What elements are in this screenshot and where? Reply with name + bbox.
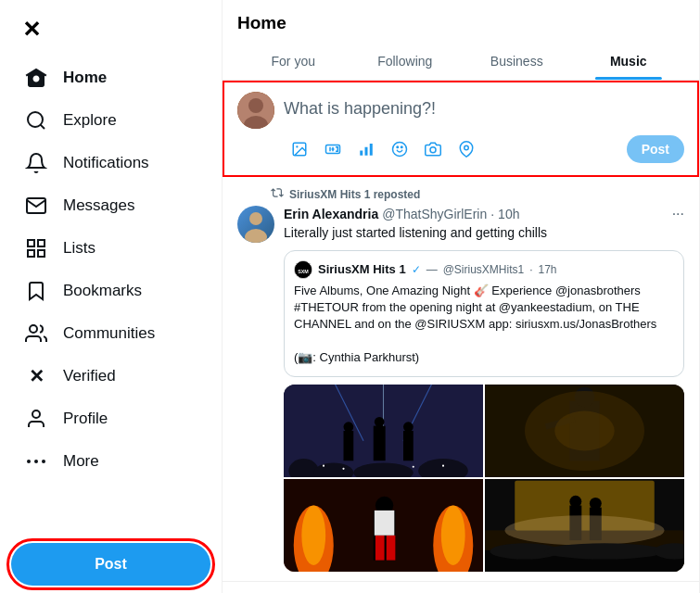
svg-point-10 xyxy=(42,460,45,463)
svg-point-23 xyxy=(430,147,436,153)
composer-avatar xyxy=(237,92,274,129)
svg-point-7 xyxy=(32,410,40,418)
concert-image-3 xyxy=(284,479,483,572)
svg-point-6 xyxy=(30,325,37,333)
svg-point-71 xyxy=(505,515,665,545)
tweet-dot: · xyxy=(490,207,494,221)
tweet-main: Erin Alexandria @ThatShyGirlErin · 10h ·… xyxy=(237,206,684,572)
tweet-text: Literally just started listening and get… xyxy=(284,224,684,243)
sidebar-item-bookmarks[interactable]: Bookmarks xyxy=(11,271,210,311)
concert-image-1 xyxy=(284,385,483,477)
tab-business[interactable]: Business xyxy=(461,43,573,80)
main-header: Home For you Following Business Music xyxy=(223,0,699,81)
sidebar-item-lists[interactable]: Lists xyxy=(11,228,210,269)
verified-badge: ✓ xyxy=(412,263,421,276)
svg-point-36 xyxy=(375,416,385,426)
compose-location-icon[interactable] xyxy=(451,133,482,165)
sidebar-item-home-label: Home xyxy=(63,69,107,87)
svg-rect-62 xyxy=(375,510,395,535)
sidebar-item-verified[interactable]: ✕ Verified xyxy=(11,356,210,397)
svg-rect-4 xyxy=(38,250,45,257)
svg-point-45 xyxy=(413,465,414,467)
sidebar-item-verified-label: Verified xyxy=(63,367,116,385)
svg-text:SXM: SXM xyxy=(298,268,309,273)
quoted-dash: — xyxy=(426,263,438,276)
compose-gif-icon[interactable] xyxy=(317,133,349,165)
svg-point-52 xyxy=(554,410,615,450)
quoted-avatar: SXM xyxy=(294,260,312,279)
communities-icon xyxy=(24,322,48,345)
tweet-time: 10h xyxy=(498,207,519,221)
sidebar-item-explore[interactable]: Explore xyxy=(11,100,210,141)
svg-point-57 xyxy=(301,505,325,565)
post-button-compose[interactable]: Post xyxy=(627,135,684,163)
svg-rect-3 xyxy=(38,240,45,246)
quoted-handle: @SiriusXMHits1 xyxy=(443,263,525,276)
compose-emoji-icon[interactable] xyxy=(384,133,415,165)
tweet-more-button[interactable]: ··· xyxy=(672,206,684,222)
concert-image-2 xyxy=(485,385,684,477)
svg-rect-60 xyxy=(375,535,385,560)
mail-icon xyxy=(24,195,48,217)
svg-rect-17 xyxy=(360,151,363,156)
svg-point-25 xyxy=(249,212,262,225)
tweet-author: Erin Alexandria @ThatShyGirlErin · 10h xyxy=(284,207,519,221)
repost-text: SiriusXM Hits 1 reposted xyxy=(289,188,420,201)
page-title: Home xyxy=(237,13,684,33)
quoted-header: SXM SiriusXM Hits 1 ✓ — @SiriusXMHits1 ·… xyxy=(294,260,674,279)
quoted-tweet: SXM SiriusXM Hits 1 ✓ — @SiriusXMHits1 ·… xyxy=(284,250,684,377)
svg-point-20 xyxy=(393,143,407,157)
svg-point-0 xyxy=(28,112,43,127)
lists-icon xyxy=(24,237,48,259)
svg-point-21 xyxy=(397,146,399,148)
tab-following[interactable]: Following xyxy=(350,43,462,80)
svg-rect-37 xyxy=(403,431,414,461)
bookmark-icon xyxy=(24,280,48,302)
main-content: Home For you Following Business Music Wh… xyxy=(223,0,700,593)
compose-area: What is happening?! xyxy=(223,81,699,177)
svg-rect-18 xyxy=(365,147,368,156)
sidebar-item-more[interactable]: More xyxy=(11,441,210,482)
svg-point-44 xyxy=(342,467,344,469)
svg-point-12 xyxy=(248,98,263,113)
svg-point-8 xyxy=(34,460,38,463)
svg-rect-61 xyxy=(387,535,396,560)
sidebar-nav: Home Explore Notifications Messages xyxy=(11,57,210,532)
tab-music[interactable]: Music xyxy=(573,43,685,80)
tab-for-you[interactable]: For you xyxy=(237,43,350,80)
sidebar-item-messages-label: Messages xyxy=(63,196,134,215)
compose-right: What is happening?! xyxy=(284,92,684,165)
post-button-sidebar[interactable]: Post xyxy=(11,543,210,586)
sidebar-item-messages[interactable]: Messages xyxy=(11,185,210,226)
app-logo[interactable]: ✕ xyxy=(11,7,210,57)
sidebar-item-explore-label: Explore xyxy=(63,111,117,130)
sidebar-item-home[interactable]: Home xyxy=(11,57,210,98)
tweet-content: Erin Alexandria @ThatShyGirlErin · 10h ·… xyxy=(284,206,684,572)
compose-actions: Post xyxy=(284,133,684,165)
svg-rect-5 xyxy=(28,250,34,257)
compose-image-icon[interactable] xyxy=(284,133,315,165)
svg-point-34 xyxy=(344,422,354,432)
sidebar-item-notifications[interactable]: Notifications xyxy=(11,143,210,183)
compose-camera-icon[interactable] xyxy=(417,133,449,165)
svg-point-46 xyxy=(442,464,444,466)
sidebar-item-lists-label: Lists xyxy=(63,239,95,258)
compose-poll-icon[interactable] xyxy=(350,133,382,165)
sidebar: ✕ Home Explore Notifications xyxy=(0,0,223,593)
tweet-author-name: Erin Alexandria xyxy=(284,207,378,221)
sidebar-item-profile[interactable]: Profile xyxy=(11,398,210,439)
svg-point-38 xyxy=(403,422,414,432)
quoted-text: Five Albums, One Amazing Night 🎸 Experie… xyxy=(294,283,674,367)
svg-point-70 xyxy=(590,497,602,509)
svg-point-26 xyxy=(245,229,267,243)
svg-line-1 xyxy=(41,125,45,129)
sidebar-item-communities[interactable]: Communities xyxy=(11,313,210,354)
tweet-author-handle: @ThatShyGirlErin xyxy=(382,207,487,221)
compose-placeholder[interactable]: What is happening?! xyxy=(284,92,684,126)
svg-point-59 xyxy=(441,505,465,565)
svg-point-68 xyxy=(569,495,581,507)
quoted-time: 17h xyxy=(539,263,557,276)
sidebar-item-bookmarks-label: Bookmarks xyxy=(63,282,142,300)
svg-point-74 xyxy=(545,543,665,559)
feed: SiriusXM Hits 1 reposted Erin Alexandria… xyxy=(223,177,699,593)
